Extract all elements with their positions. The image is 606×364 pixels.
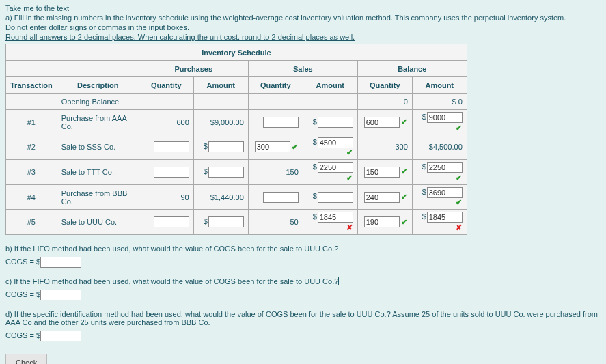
dollar-label: $ [422, 113, 426, 121]
purchase-qty-input[interactable] [154, 141, 189, 152]
checkmark-icon: ✔ [401, 167, 408, 176]
purchase-amt-input[interactable] [208, 216, 244, 227]
table-cell: $✔ [412, 160, 467, 185]
table-cell [248, 94, 303, 110]
balance-amt-input[interactable] [427, 187, 463, 198]
balance-amt-input[interactable] [427, 212, 463, 223]
table-cell: $4,500.00 [412, 135, 467, 160]
col-transaction: Transaction [6, 77, 57, 94]
dollar-label: $ [313, 138, 317, 146]
col-s-qty: Quantity [248, 77, 303, 94]
txn-cell: #1 [6, 110, 57, 135]
sale-amt-input[interactable] [318, 192, 353, 203]
table-cell: $ [193, 160, 248, 185]
table-cell: $✔ [412, 110, 467, 135]
txn-cell: #2 [6, 135, 57, 160]
table-cell: 600 [139, 110, 193, 135]
desc-cell: Sale to UUU Co. [57, 210, 139, 235]
part-b-text: b) If the LIFO method had been used, wha… [5, 244, 601, 253]
group-sales: Sales [248, 61, 357, 77]
take-me-to-text-link[interactable]: Take me to the text [5, 4, 69, 12]
table-cell: $9,000.00 [193, 110, 248, 135]
checkmark-icon: ✔ [456, 198, 463, 207]
table-cell: 0 [357, 94, 412, 110]
balance-amt-input[interactable] [427, 162, 463, 173]
table-cell: $ 0 [412, 94, 467, 110]
table-row: #5Sale to UUU Co.$50$✘✔$✘ [6, 210, 467, 235]
balance-qty-input[interactable] [364, 167, 400, 178]
table-cell [139, 135, 193, 160]
cogs-c-input[interactable] [40, 290, 81, 300]
desc-cell: Opening Balance [57, 94, 139, 110]
dollar-label: $ [204, 142, 208, 150]
desc-cell: Sale to SSS Co. [57, 135, 139, 160]
table-cell: 300 [357, 135, 412, 160]
table-cell: $✔ [303, 135, 357, 160]
inventory-schedule-table: Inventory Schedule Purchases Sales Balan… [5, 44, 467, 235]
sale-qty-input[interactable] [263, 192, 299, 203]
cogs-b-input[interactable] [40, 257, 81, 268]
table-cell: ✔ [248, 135, 303, 160]
sale-qty-input[interactable] [255, 141, 290, 152]
checkmark-icon: ✔ [456, 173, 463, 182]
balance-qty-input[interactable] [364, 117, 400, 128]
table-cell [139, 210, 193, 235]
dollar-label: $ [313, 163, 317, 171]
purchase-qty-input[interactable] [154, 216, 189, 227]
checkmark-icon: ✔ [401, 193, 408, 201]
dollar-label: $ [422, 163, 426, 171]
purchase-amt-input[interactable] [208, 167, 244, 178]
note-no-dollar: Do not enter dollar signs or commas in t… [5, 23, 189, 31]
cogs-b-label: COGS = $ [5, 257, 40, 266]
cogs-c-label: COGS = $ [5, 290, 40, 298]
purchase-qty-input[interactable] [154, 167, 189, 178]
checkmark-icon: ✔ [456, 124, 463, 132]
cogs-d-input[interactable] [40, 331, 81, 341]
sale-amt-input[interactable] [318, 162, 353, 173]
part-a-text: a) Fill in the missing numbers in the in… [5, 14, 601, 22]
sale-amt-input[interactable] [318, 137, 353, 148]
table-cell: 150 [248, 160, 303, 185]
table-cell [248, 184, 303, 210]
table-cell: $ [303, 110, 357, 135]
table-cell [248, 110, 303, 135]
group-purchases: Purchases [139, 61, 248, 77]
table-cell: $ [303, 184, 357, 210]
col-p-amt: Amount [193, 77, 248, 94]
sale-amt-input[interactable] [318, 117, 353, 128]
table-cell [139, 160, 193, 185]
sale-qty-input[interactable] [263, 117, 299, 128]
x-icon: ✘ [456, 223, 463, 232]
desc-cell: Purchase from AAA Co. [57, 110, 139, 135]
cogs-d-label: COGS = $ [5, 331, 40, 339]
table-cell: $✘ [412, 210, 467, 235]
dollar-label: $ [313, 192, 317, 200]
sale-amt-input[interactable] [318, 212, 353, 223]
table-cell: ✔ [357, 184, 412, 210]
purchase-amt-input[interactable] [208, 141, 244, 152]
part-c-text: c) If the FIFO method had been used, wha… [5, 277, 601, 285]
table-cell: $✔ [412, 184, 467, 210]
col-b-amt: Amount [412, 77, 467, 94]
table-cell: ✔ [357, 160, 412, 185]
note-round: Round all answers to 2 decimal places. W… [5, 33, 355, 41]
table-cell: $✘ [303, 210, 357, 235]
table-cell: $ [193, 135, 248, 160]
desc-cell: Purchase from BBB Co. [57, 184, 139, 210]
table-cell: $ [193, 210, 248, 235]
x-icon: ✘ [346, 223, 353, 232]
dollar-label: $ [313, 117, 317, 126]
col-s-amt: Amount [303, 77, 357, 94]
balance-qty-input[interactable] [364, 216, 400, 227]
group-balance: Balance [357, 61, 467, 77]
txn-cell [6, 94, 57, 110]
checkmark-icon: ✔ [401, 117, 408, 126]
balance-amt-input[interactable] [427, 112, 463, 123]
table-cell [139, 94, 193, 110]
table-row: #4Purchase from BBB Co.90$1,440.00$✔$✔ [6, 184, 467, 210]
balance-qty-input[interactable] [364, 192, 400, 203]
txn-cell: #3 [6, 160, 57, 185]
dollar-label: $ [313, 212, 317, 221]
check-button[interactable]: Check [5, 354, 47, 364]
table-cell: $✔ [303, 160, 357, 185]
